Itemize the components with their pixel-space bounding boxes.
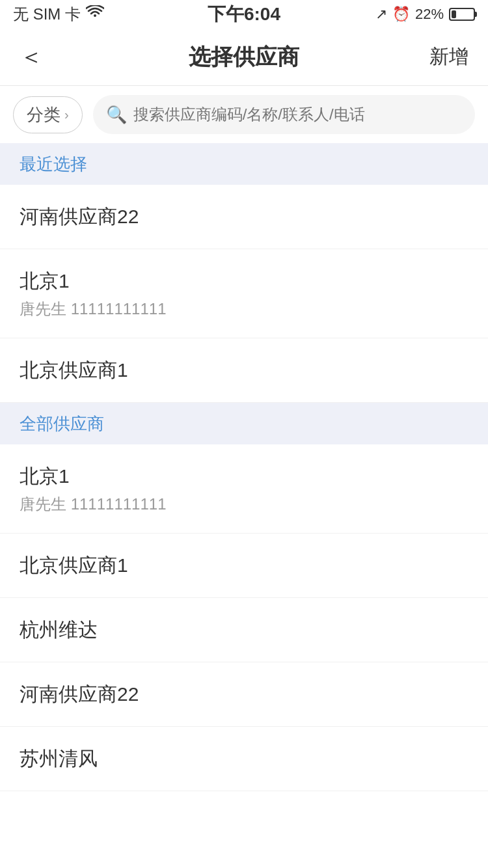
alarm-icon: ⏰: [392, 6, 410, 23]
nav-bar: ＜ 选择供应商 新增: [0, 29, 488, 86]
back-button[interactable]: ＜: [20, 41, 59, 73]
recent-list-item[interactable]: 河南供应商22: [0, 185, 488, 249]
search-bar: 🔍: [93, 95, 475, 134]
all-list-item[interactable]: 北京供应商1: [0, 534, 488, 598]
search-icon: 🔍: [106, 105, 127, 125]
search-input[interactable]: [133, 105, 462, 124]
status-bar: 无 SIM 卡 下午6:04 ↗ ⏰ 22%: [0, 0, 488, 29]
recent-section-header: 最近选择: [0, 143, 488, 185]
page-title: 选择供应商: [189, 42, 299, 72]
all-list-item[interactable]: 北京1唐先生 11111111111: [0, 444, 488, 534]
chevron-right-icon: ›: [64, 107, 69, 122]
battery-indicator: [449, 8, 475, 21]
battery-percent: 22%: [415, 6, 444, 23]
item-name: 北京1: [20, 267, 468, 295]
all-items-list: 北京1唐先生 11111111111北京供应商1杭州维达河南供应商22苏州清风: [0, 444, 488, 791]
add-button[interactable]: 新增: [429, 44, 468, 70]
status-left: 无 SIM 卡: [13, 4, 104, 25]
all-list-item[interactable]: 河南供应商22: [0, 662, 488, 727]
category-filter-button[interactable]: 分类 ›: [13, 96, 83, 133]
all-list-item[interactable]: 杭州维达: [0, 598, 488, 662]
item-sub: 唐先生 11111111111: [20, 299, 468, 319]
recent-section-title: 最近选择: [20, 153, 87, 176]
recent-list-item[interactable]: 北京供应商1: [0, 338, 488, 403]
item-name: 北京供应商1: [20, 552, 468, 579]
location-icon: ↗: [375, 6, 387, 23]
recent-list-item[interactable]: 北京1唐先生 11111111111: [0, 249, 488, 338]
all-section-title: 全部供应商: [20, 413, 104, 435]
recent-items-list: 河南供应商22北京1唐先生 11111111111北京供应商1: [0, 185, 488, 403]
status-time: 下午6:04: [208, 2, 280, 27]
item-name: 北京1: [20, 463, 468, 490]
all-list-item[interactable]: 苏州清风: [0, 727, 488, 791]
item-sub: 唐先生 11111111111: [20, 494, 468, 515]
status-right: ↗ ⏰ 22%: [375, 6, 475, 23]
item-name: 北京供应商1: [20, 357, 468, 384]
category-label: 分类: [27, 103, 61, 126]
carrier-text: 无 SIM 卡: [13, 4, 81, 25]
item-name: 河南供应商22: [20, 681, 468, 708]
item-name: 苏州清风: [20, 745, 468, 772]
item-name: 杭州维达: [20, 616, 468, 644]
wifi-icon: [86, 5, 104, 23]
item-name: 河南供应商22: [20, 203, 468, 230]
all-section-header: 全部供应商: [0, 403, 488, 444]
filter-bar: 分类 › 🔍: [0, 86, 488, 143]
